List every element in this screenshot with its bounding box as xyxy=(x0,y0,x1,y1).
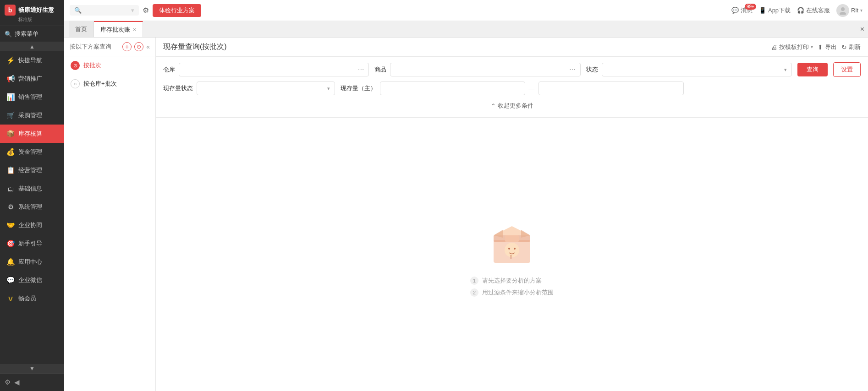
left-panel-title: 按以下方案查询 xyxy=(70,43,111,51)
product-label: 商品 xyxy=(374,65,386,74)
empty-state: ! 1 请先选择要分析的方案 2 用过滤条件来缩小分析范围 xyxy=(156,118,868,391)
page-title: 现存量查询(按批次) xyxy=(163,42,227,52)
operation-icon: 📋 xyxy=(6,166,15,174)
warehouse-input[interactable]: ··· xyxy=(179,63,369,76)
main-content: 🔍 ▾ ⚙ 体验行业方案 💬 消息 99+ 📱 App下载 🎧 在线客服 xyxy=(64,0,868,391)
sidebar-item-label: 企业微信 xyxy=(18,276,42,284)
status-select[interactable]: ▾ xyxy=(602,63,792,76)
app-download-button[interactable]: 📱 App下载 xyxy=(759,6,791,15)
chevron-up-icon: ⌃ xyxy=(491,103,496,109)
sidebar-item-enterprise[interactable]: 🤝 企业协同 xyxy=(0,216,64,234)
right-content: 现存量查询(按批次) 🖨 按模板打印 ▾ ⬆ 导出 ↻ 刷新 xyxy=(156,38,868,391)
scheme-settings-icon: ⊙ xyxy=(137,43,141,50)
sidebar-edition: 标准版 xyxy=(18,16,60,23)
collapse-sidebar-icon[interactable]: ◀ xyxy=(14,378,20,386)
message-icon: 💬 xyxy=(731,7,739,14)
collapse-more-button[interactable]: ⌃ 收起更多条件 xyxy=(163,100,861,112)
user-profile[interactable]: Rit ▾ xyxy=(836,4,863,17)
product-input[interactable]: ··· xyxy=(390,63,580,76)
print-icon: 🖨 xyxy=(771,43,777,51)
sales-icon: 📊 xyxy=(6,93,15,101)
logo-icon: b xyxy=(5,5,16,16)
marketing-icon: 📢 xyxy=(6,75,15,83)
empty-hint-2: 2 用过滤条件来缩小分析范围 xyxy=(470,288,554,297)
sidebar-item-appstore[interactable]: 🔔 应用中心 xyxy=(0,253,64,271)
sidebar-item-wechat[interactable]: 💬 企业微信 xyxy=(0,271,64,289)
sidebar-item-sales[interactable]: 📊 销售管理 xyxy=(0,88,64,106)
scheme-item-by-warehouse-batch[interactable]: ○ 按仓库+批次 xyxy=(64,75,155,93)
query-button[interactable]: 查询 xyxy=(797,63,828,76)
search-icon: 🔍 xyxy=(5,31,12,38)
sidebar-item-inventory[interactable]: 📦 库存核算 xyxy=(0,125,64,143)
add-scheme-button[interactable]: + xyxy=(122,42,132,51)
filter-area: 仓库 ··· 商品 ··· 状态 xyxy=(156,57,868,118)
scheme-item-label: 按仓库+批次 xyxy=(83,80,117,88)
warehouse-label: 仓库 xyxy=(163,65,175,74)
avatar xyxy=(836,4,849,17)
sidebar-item-operation[interactable]: 📋 经营管理 xyxy=(0,161,64,179)
filter-row-1: 仓库 ··· 商品 ··· 状态 xyxy=(163,62,861,77)
experience-industry-button[interactable]: 体验行业方案 xyxy=(153,4,201,17)
refresh-button[interactable]: ↻ 刷新 xyxy=(841,43,861,51)
purchase-icon: 🛒 xyxy=(6,111,15,119)
topbar-search-input[interactable] xyxy=(83,7,129,14)
topbar-search-icon: 🔍 xyxy=(74,7,82,14)
stock-status-dropdown-icon: ▾ xyxy=(327,86,330,92)
sidebar-item-label: 畅会员 xyxy=(18,294,36,303)
print-dropdown-icon: ▾ xyxy=(811,44,813,49)
tab-home[interactable]: 首页 xyxy=(69,21,94,37)
print-button[interactable]: 🖨 按模板打印 ▾ xyxy=(771,43,813,51)
sidebar-item-quick-nav[interactable]: ⚡ 快捷导航 xyxy=(0,51,64,70)
svg-text:!: ! xyxy=(510,254,512,261)
sidebar-search[interactable]: 🔍 搜索菜单 xyxy=(0,26,64,42)
left-panel-actions: + ⊙ « xyxy=(122,42,150,51)
sidebar-item-marketing[interactable]: 📢 营销推广 xyxy=(0,70,64,88)
sidebar-item-member[interactable]: V 畅会员 xyxy=(0,289,64,308)
settings-footer-icon[interactable]: ⚙ xyxy=(5,378,11,386)
messages-button[interactable]: 💬 消息 99+ xyxy=(731,6,753,15)
filter-row-2: 现存量状态 ▾ 现存量（主） — xyxy=(163,81,861,95)
hint-text-2: 用过滤条件来缩小分析范围 xyxy=(482,288,554,297)
online-service-button[interactable]: 🎧 在线客服 xyxy=(797,6,830,15)
sidebar-logo: b 畅康通好生意 xyxy=(5,5,60,16)
sidebar-search-label: 搜索菜单 xyxy=(15,30,38,38)
system-icon: ⚙ xyxy=(6,203,15,211)
sidebar-item-label: 库存核算 xyxy=(18,130,42,138)
page-header-actions: 🖨 按模板打印 ▾ ⬆ 导出 ↻ 刷新 xyxy=(771,43,861,51)
sidebar-item-purchase[interactable]: 🛒 采购管理 xyxy=(0,106,64,125)
sidebar-item-newbie[interactable]: 🎯 新手引导 xyxy=(0,234,64,253)
scheme-settings-button[interactable]: ⊙ xyxy=(134,42,143,51)
stock-qty-to-input[interactable] xyxy=(538,81,684,95)
app-download-icon: 📱 xyxy=(759,7,766,14)
scheme-item-by-batch[interactable]: ⊙ 按批次 xyxy=(64,56,155,75)
filter-product: 商品 ··· xyxy=(374,63,580,76)
collapse-more-label: 收起更多条件 xyxy=(498,102,533,110)
sidebar-item-finance[interactable]: 💰 资金管理 xyxy=(0,143,64,161)
stock-qty-separator: — xyxy=(529,85,535,92)
product-dots: ··· xyxy=(569,65,575,74)
tab-close-icon[interactable]: × xyxy=(133,27,136,33)
empty-hints: 1 请先选择要分析的方案 2 用过滤条件来缩小分析范围 xyxy=(470,277,554,297)
scheme-active-icon: ⊙ xyxy=(71,61,80,70)
stock-status-select[interactable]: ▾ xyxy=(197,81,335,95)
gear-settings-icon[interactable]: ⚙ xyxy=(143,6,149,15)
user-name: Rit xyxy=(851,7,858,14)
sidebar-item-basic[interactable]: 🗂 基础信息 xyxy=(0,179,64,198)
stock-qty-from-input[interactable] xyxy=(380,81,525,95)
tab-panel-close-icon[interactable]: × xyxy=(860,25,864,33)
stock-qty-label: 现存量（主） xyxy=(341,84,376,92)
page-content: 按以下方案查询 + ⊙ « ⊙ 按批次 ○ 按仓库+批次 xyxy=(64,38,868,391)
export-label: 导出 xyxy=(825,43,837,51)
sidebar-item-system[interactable]: ⚙ 系统管理 xyxy=(0,198,64,216)
messages-badge: 99+ xyxy=(745,4,756,10)
export-button[interactable]: ⬆ 导出 xyxy=(818,43,837,51)
topbar-search-box[interactable]: 🔍 ▾ xyxy=(70,5,139,16)
tabbar: 首页 库存批次账 × × xyxy=(64,21,868,38)
tab-inventory-batch[interactable]: 库存批次账 × xyxy=(94,21,143,37)
filter-settings-button[interactable]: 设置 xyxy=(833,62,861,77)
page-header: 现存量查询(按批次) 🖨 按模板打印 ▾ ⬆ 导出 ↻ 刷新 xyxy=(156,38,868,57)
sidebar-scroll-down[interactable]: ▼ xyxy=(0,364,64,373)
sidebar-title: 畅康通好生意 xyxy=(18,6,54,14)
sidebar-scroll-up[interactable]: ▲ xyxy=(0,42,64,51)
left-panel-collapse-button[interactable]: « xyxy=(146,43,150,50)
